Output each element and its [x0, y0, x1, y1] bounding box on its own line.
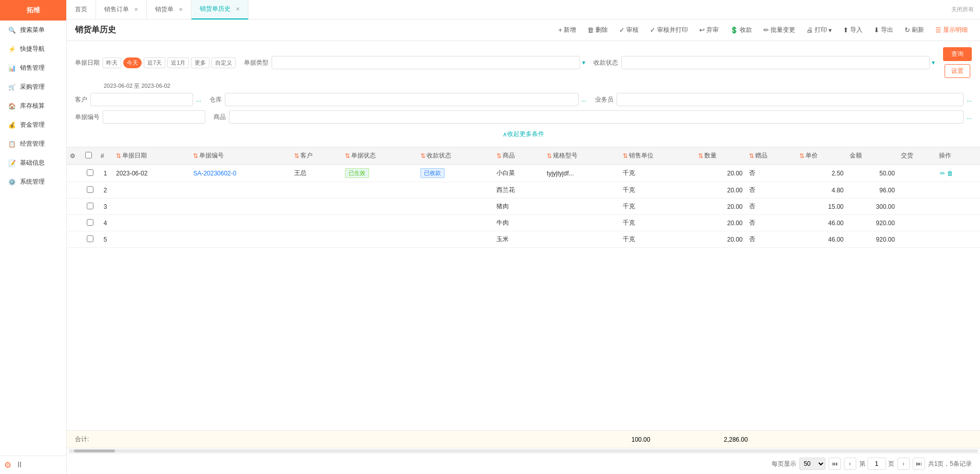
row-select-checkbox[interactable]	[87, 219, 93, 226]
row-checkbox[interactable]	[82, 231, 98, 248]
sidebar-item-search-menu[interactable]: 🔍 搜索菜单	[0, 21, 66, 40]
row-checkbox[interactable]	[82, 215, 98, 231]
row-select-checkbox[interactable]	[87, 169, 93, 176]
salesperson-ellipsis[interactable]: ...	[967, 96, 972, 103]
th-qty[interactable]: ⇅数量	[695, 147, 745, 165]
tab-sales-delivery[interactable]: 销货单 ✕	[147, 0, 191, 19]
print-button[interactable]: 🖨 打印 ▾	[802, 24, 836, 36]
horizontal-scrollbar[interactable]	[67, 448, 980, 453]
approve-button[interactable]: ✓ 审核	[615, 24, 643, 36]
filter-area: 单据日期 昨天 今天 近7天 近1月 更多 自定义 单据类型	[67, 41, 980, 147]
customer-ellipsis[interactable]: ...	[196, 96, 201, 103]
import-button[interactable]: ⬆ 导入	[839, 24, 867, 36]
search-button[interactable]: 查询	[943, 47, 972, 61]
row-select-checkbox[interactable]	[87, 186, 93, 193]
filter-collapse[interactable]: ∧ 收起更多条件	[75, 128, 972, 141]
product-input[interactable]	[229, 110, 964, 124]
tab-sales-order-close[interactable]: ✕	[134, 7, 138, 12]
payment-button[interactable]: 💲 收款	[726, 24, 756, 36]
th-sales-unit[interactable]: ⇅销售单位	[620, 147, 696, 165]
date-tab-1month[interactable]: 近1月	[167, 57, 189, 68]
th-doc-no[interactable]: ⇅单据编号	[190, 147, 291, 165]
op-btn[interactable]: 🗑	[947, 170, 953, 177]
sidebar-item-operation[interactable]: 📋 经营管理	[0, 134, 66, 153]
setting-button[interactable]: 设置	[945, 64, 970, 78]
show-detail-button[interactable]: ☰ 显示明细	[931, 24, 972, 36]
new-button[interactable]: + 新增	[554, 24, 580, 36]
payment-status-input[interactable]	[621, 56, 930, 69]
salesperson-input[interactable]	[617, 93, 964, 106]
per-page-select[interactable]: 10 20 50 100	[799, 458, 825, 470]
th-gift[interactable]: ⇅赠品	[746, 147, 796, 165]
date-tab-more[interactable]: 更多	[191, 57, 209, 68]
first-page-btn[interactable]: ⏮	[829, 458, 841, 470]
sidebar-item-label: 销售管理	[20, 64, 45, 72]
row-doc-no[interactable]	[190, 199, 291, 215]
tab-sales-history[interactable]: 销货单历史 ✕	[191, 0, 248, 19]
prev-page-btn[interactable]: ‹	[844, 458, 856, 470]
row-checkbox[interactable]	[82, 182, 98, 199]
th-product[interactable]: ⇅商品	[493, 147, 544, 165]
th-spec[interactable]: ⇅规格型号	[544, 147, 620, 165]
th-customer[interactable]: ⇅客户	[291, 147, 341, 165]
payment-status-dropdown-icon[interactable]: ▾	[932, 59, 935, 66]
tab-sales-order[interactable]: 销售订单 ✕	[96, 0, 147, 19]
row-doc-no[interactable]	[190, 215, 291, 231]
tab-home[interactable]: 首页	[67, 0, 96, 19]
sidebar-item-quick-nav[interactable]: ⚡ 快捷导航	[0, 40, 66, 58]
th-gear[interactable]: ⚙	[67, 147, 82, 165]
row-doc-no[interactable]: SA-20230602-0	[190, 165, 291, 182]
sidebar-item-basic-info[interactable]: 📝 基础信息	[0, 153, 66, 172]
tab-sales-history-close[interactable]: ✕	[236, 6, 240, 12]
doc-type-input[interactable]	[272, 56, 580, 69]
select-all-checkbox[interactable]	[85, 152, 92, 159]
sidebar-settings-icon[interactable]: ⚙	[4, 460, 11, 470]
date-tab-custom[interactable]: 自定义	[212, 57, 236, 68]
th-checkbox[interactable]	[82, 147, 98, 165]
row-select-checkbox[interactable]	[87, 235, 93, 242]
export-button[interactable]: ⬇ 导出	[870, 24, 897, 36]
row-checkbox[interactable]	[82, 199, 98, 215]
row-select-checkbox[interactable]	[87, 203, 93, 209]
scrollbar-thumb[interactable]	[74, 449, 115, 452]
page-num-input[interactable]	[868, 458, 886, 470]
th-doc-date[interactable]: ⇅单据日期	[113, 147, 190, 165]
tab-sales-delivery-close[interactable]: ✕	[179, 7, 183, 12]
th-unit-price[interactable]: ⇅单价	[796, 147, 847, 165]
last-page-btn[interactable]: ⏭	[913, 458, 925, 470]
scrollbar-track[interactable]	[69, 449, 978, 452]
sidebar-item-purchase-mgmt[interactable]: 🛒 采购管理	[0, 77, 66, 96]
row-payment-status	[417, 231, 493, 248]
row-transaction	[898, 182, 936, 199]
doc-num-input[interactable]	[103, 110, 205, 124]
sidebar-item-system-mgmt[interactable]: ⚙️ 系统管理	[0, 172, 66, 191]
op-btn[interactable]: ✏	[940, 170, 945, 177]
revoke-button[interactable]: ↩ 弃审	[695, 24, 723, 36]
date-tab-today[interactable]: 今天	[123, 57, 142, 68]
warehouse-input[interactable]	[225, 93, 578, 106]
batch-change-button[interactable]: ✏ 批量变更	[759, 24, 799, 36]
delete-button[interactable]: 🗑 删除	[583, 24, 612, 36]
row-checkbox[interactable]	[82, 165, 98, 182]
sidebar-collapse-icon[interactable]: ⏸	[15, 460, 24, 470]
refresh-button[interactable]: ↻ 刷新	[900, 24, 928, 36]
date-tab-yesterday[interactable]: 昨天	[103, 57, 121, 68]
th-doc-status[interactable]: ⇅单据状态	[342, 147, 418, 165]
clipboard-icon: 📋	[8, 140, 16, 148]
customer-input[interactable]	[90, 93, 193, 106]
warehouse-ellipsis[interactable]: ...	[582, 96, 587, 103]
sidebar-item-sales-mgmt[interactable]: 📊 销售管理	[0, 58, 66, 77]
sidebar-item-finance[interactable]: 💰 资金管理	[0, 115, 66, 134]
product-ellipsis[interactable]: ...	[967, 113, 972, 121]
date-tab-7days[interactable]: 近7天	[144, 57, 165, 68]
sidebar-item-inventory[interactable]: 🏠 库存核算	[0, 96, 66, 115]
tab-close-all[interactable]: 关闭所有	[945, 6, 980, 13]
row-sales-unit: 千克	[620, 215, 696, 231]
next-page-btn[interactable]: ›	[897, 458, 910, 470]
th-payment-status[interactable]: ⇅收款状态	[417, 147, 493, 165]
doc-type-dropdown-icon[interactable]: ▾	[582, 59, 585, 66]
approve-print-button[interactable]: ✓ 审核并打印	[646, 24, 692, 36]
row-doc-no[interactable]	[190, 231, 291, 248]
check-icon: ✓	[619, 26, 625, 34]
row-doc-no[interactable]	[190, 182, 291, 199]
